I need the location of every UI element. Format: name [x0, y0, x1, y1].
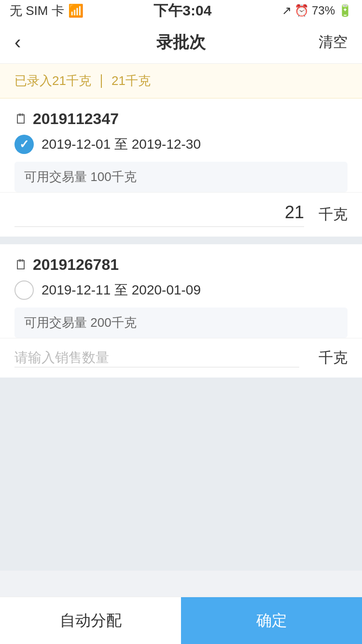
- battery-level: 73%: [312, 4, 335, 17]
- gray-area: [0, 378, 362, 571]
- radio-button-2[interactable]: [14, 280, 34, 300]
- batch-row-2[interactable]: 2019-12-11 至 2020-01-09: [14, 280, 348, 300]
- batch-date-1: 2019-12-01 至 2019-12-30: [42, 135, 201, 154]
- quantity-value-1: 21: [285, 202, 304, 223]
- batch-id-1: 2019112347: [33, 110, 119, 128]
- quantity-row-1: 21 千克: [0, 192, 362, 237]
- confirm-button[interactable]: 确定: [181, 597, 362, 644]
- batch-availability-2: 可用交易量 200千克: [14, 308, 348, 338]
- batch-card-2: 🗒 2019126781 2019-12-11 至 2020-01-09 可用交…: [0, 244, 362, 338]
- radio-button-1[interactable]: [14, 135, 34, 154]
- status-right: ↗ ⏰ 73% 🔋: [282, 4, 352, 17]
- sim-status: 无 SIM 卡: [10, 2, 64, 19]
- location-icon: ↗: [282, 4, 292, 17]
- wifi-icon: 📶: [68, 3, 84, 18]
- quantity-wrapper-1: 21: [14, 202, 304, 227]
- separator-1: [0, 237, 362, 244]
- bottom-bar: 自动分配 确定: [0, 597, 362, 644]
- status-bar: 无 SIM 卡 📶 下午3:04 ↗ ⏰ 73% 🔋: [0, 0, 362, 21]
- auto-distribute-button[interactable]: 自动分配: [0, 597, 181, 644]
- clear-button[interactable]: 清空: [319, 32, 348, 52]
- page-title: 录批次: [156, 31, 206, 54]
- recorded-label: 已录入21千克: [14, 72, 91, 89]
- status-time: 下午3:04: [153, 1, 211, 21]
- batch-id-2: 2019126781: [33, 256, 119, 274]
- placeholder-row-2: 请输入销售数量 千克: [0, 338, 362, 378]
- info-divider: [101, 74, 102, 88]
- alarm-icon: ⏰: [294, 4, 309, 17]
- batch-header-1: 🗒 2019112347: [14, 110, 348, 128]
- quantity-placeholder-2: 请输入销售数量: [14, 350, 109, 365]
- placeholder-line-2: 请输入销售数量: [14, 349, 299, 367]
- batch-icon-2: 🗒: [14, 257, 28, 273]
- info-bar: 已录入21千克 21千克: [0, 64, 362, 98]
- back-button[interactable]: ‹: [14, 31, 43, 53]
- batch-row-1[interactable]: 2019-12-01 至 2019-12-30: [14, 135, 348, 154]
- batch-card-1: 🗒 2019112347 2019-12-01 至 2019-12-30 可用交…: [0, 98, 362, 192]
- battery-icon: 🔋: [338, 4, 352, 17]
- batch-date-2: 2019-12-11 至 2020-01-09: [42, 281, 201, 299]
- batch-header-2: 🗒 2019126781: [14, 256, 348, 274]
- batch-availability-1: 可用交易量 100千克: [14, 162, 348, 192]
- batch-icon-1: 🗒: [14, 111, 28, 127]
- recorded-value: 21千克: [111, 72, 151, 89]
- quantity-unit-1: 千克: [319, 205, 348, 224]
- status-left: 无 SIM 卡 📶: [10, 2, 84, 19]
- placeholder-unit-2: 千克: [319, 348, 348, 368]
- nav-bar: ‹ 录批次 清空: [0, 21, 362, 64]
